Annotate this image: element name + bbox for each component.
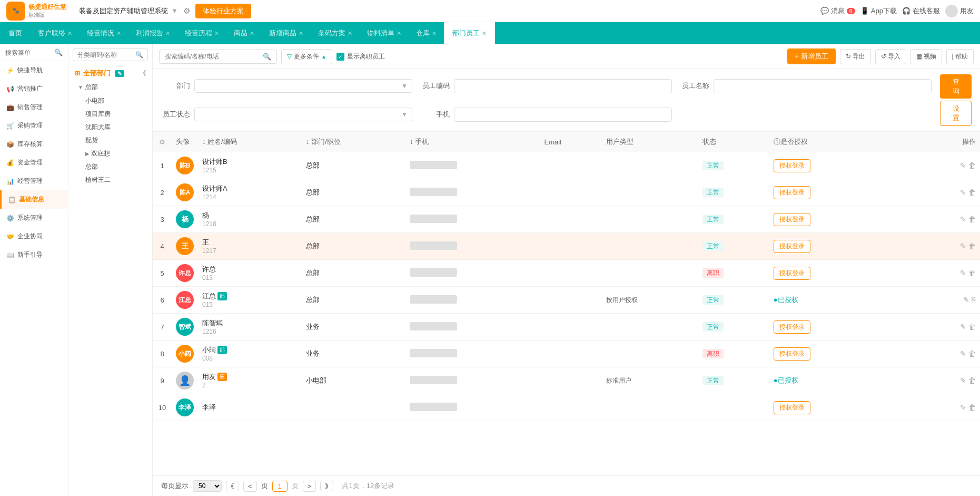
edit-button[interactable]: ✎ (960, 323, 966, 331)
tab-employees[interactable]: 部门员工 ✕ (444, 22, 495, 44)
reset-button[interactable]: 设置 (940, 101, 972, 126)
edit-button[interactable]: ✎ (960, 376, 966, 385)
dept-search-box[interactable]: 🔍 (73, 48, 148, 61)
tab-customer[interactable]: 客户联络 ✕ (31, 22, 80, 44)
edit-button[interactable]: ✎ (960, 215, 966, 223)
last-page-button[interactable]: ⟫ (320, 481, 333, 491)
dept-item-shuangdi[interactable]: ▶双底想 (73, 147, 148, 160)
dept-all-header[interactable]: ⊞ 全部部门 ✎ 《 (73, 66, 148, 80)
edit-button[interactable]: ✎ (960, 349, 966, 358)
edit-button[interactable]: ✎ (960, 188, 966, 197)
delete-button[interactable]: 🗑 (968, 323, 976, 331)
col-name[interactable]: ↕ 姓名/编码 (198, 132, 302, 152)
search-button[interactable]: 查询 (940, 74, 972, 99)
search-box[interactable]: 🔍 (159, 50, 277, 64)
sidebar-item-inventory[interactable]: 📦库存核算 (0, 135, 68, 153)
collapse-icon[interactable]: 《 (140, 69, 146, 78)
delete-button[interactable]: 🗑 (968, 161, 976, 170)
dept-item-plant[interactable]: 植树王二 (73, 173, 148, 187)
delete-button[interactable]: 🗑 (968, 188, 976, 197)
delete-button[interactable]: 🗑 (968, 242, 976, 250)
edit-button[interactable]: ✎ (960, 403, 966, 412)
auth-button[interactable]: 授权登录 (774, 401, 810, 414)
auth-button[interactable]: 授权登录 (774, 240, 810, 253)
phone-input[interactable] (454, 108, 672, 122)
avatar: 小阔 (176, 345, 194, 363)
delete-button[interactable]: 🗑 (968, 349, 976, 358)
sidebar-search[interactable]: 🔍 (0, 44, 68, 61)
auth-button[interactable]: 授权登录 (774, 347, 810, 361)
col-dept[interactable]: ↕ 部门/职位 (302, 132, 405, 152)
delete-button[interactable]: 🗑 (968, 376, 976, 385)
tab-warehouse[interactable]: 仓库 ✕ (409, 22, 444, 44)
dept-search-input[interactable] (77, 51, 133, 59)
sidebar-item-marketing[interactable]: 📢营销推广 (0, 80, 68, 98)
status-select[interactable]: ▼ (194, 108, 412, 121)
tab-operations[interactable]: 经营情况 ✕ (80, 22, 128, 44)
message-area[interactable]: 💬 消息 6 (820, 6, 855, 16)
auth-button[interactable]: 授权登录 (774, 213, 810, 226)
emp-code-input[interactable] (454, 79, 672, 93)
edit-button[interactable]: ✎ (960, 242, 966, 250)
tab-history[interactable]: 经营历程 ✕ (177, 22, 226, 44)
sidebar-item-finance[interactable]: 💰资金管理 (0, 153, 68, 172)
first-page-button[interactable]: ⟪ (226, 481, 239, 491)
help-button[interactable]: | 帮助 (946, 49, 974, 64)
page-size-select[interactable]: 50 100 (193, 480, 222, 492)
edit-button[interactable]: ✎ (960, 161, 966, 170)
emp-name-input[interactable] (714, 79, 932, 93)
dept-item-shenyang[interactable]: 沈阳大库 (73, 121, 148, 134)
dept-item-small-elec[interactable]: 小电部 (73, 94, 148, 108)
sidebar-item-purchase[interactable]: 🛒采购管理 (0, 116, 68, 135)
sidebar-item-basic[interactable]: 📋基础信息 (0, 190, 68, 209)
dept-item-headquarters[interactable]: ▼ 总部 (73, 80, 148, 94)
dept-item-distribution[interactable]: 配货 (73, 134, 148, 147)
dept-select[interactable]: ▼ (194, 79, 412, 93)
edit-button[interactable]: ✎ (963, 296, 969, 304)
tab-products[interactable]: 商品 ✕ (226, 22, 262, 44)
auth-button[interactable]: 授权登录 (774, 267, 810, 280)
tab-barcode[interactable]: 条码方案 ✕ (311, 22, 360, 44)
col-settings[interactable]: ⚙ (153, 132, 172, 152)
user-area[interactable]: 用友 (945, 5, 974, 17)
add-employee-button[interactable]: + 新增员工 (787, 48, 835, 64)
edit-button[interactable]: ✎ (960, 269, 966, 277)
search-input[interactable] (165, 53, 260, 60)
auth-button[interactable]: 授权登录 (774, 159, 810, 172)
sidebar-item-ops[interactable]: 📊经营管理 (0, 172, 68, 190)
show-resigned-toggle[interactable]: ✓ 显示离职员工 (336, 52, 385, 61)
sys-title-arrow[interactable]: ▼ (171, 7, 178, 15)
sidebar-item-collab[interactable]: 🤝企业协同 (0, 227, 68, 246)
delete-button[interactable]: 🗑 (968, 269, 976, 277)
sidebar-item-system[interactable]: ⚙️系统管理 (0, 209, 68, 227)
sidebar-search-input[interactable] (5, 49, 52, 56)
checkbox-resigned[interactable]: ✓ (336, 53, 344, 61)
trial-button[interactable]: 体验行业方案 (195, 4, 251, 18)
import-button[interactable]: ↺ 导入 (875, 49, 906, 64)
online-service[interactable]: 🎧 在线客服 (902, 6, 940, 16)
next-page-button[interactable]: > (303, 481, 316, 492)
auth-button[interactable]: 授权登录 (774, 320, 810, 334)
sidebar-nav: ⚡快捷导航 📢营销推广 💼销售管理 🛒采购管理 📦库存核算 💰资金管理 📊经营管… (0, 61, 68, 264)
delete-button[interactable]: 🗑 (968, 403, 976, 412)
tab-profit[interactable]: 利润报告 ✕ (128, 22, 177, 44)
dept-item-hq2[interactable]: 总部 (73, 160, 148, 173)
prev-page-button[interactable]: < (243, 481, 257, 492)
delete-button[interactable]: 🗑 (968, 215, 976, 223)
tab-bom[interactable]: 物料清单 ✕ (360, 22, 409, 44)
sidebar-item-guide[interactable]: 📖新手引导 (0, 246, 68, 264)
auth-button[interactable]: 授权登录 (774, 186, 810, 199)
gear-icon[interactable]: ⚙ (183, 6, 190, 16)
view-button[interactable]: ▦ 视频 (910, 49, 942, 64)
sidebar-item-sales[interactable]: 💼销售管理 (0, 98, 68, 116)
copy-button[interactable]: ⎘ (972, 296, 976, 304)
app-download[interactable]: 📱 App下载 (860, 6, 897, 16)
tab-home[interactable]: 首页 (0, 22, 31, 44)
more-filter-button[interactable]: ▽ 更多条件 ▲ (281, 49, 332, 64)
tab-new-product[interactable]: 新增商品 ✕ (262, 22, 311, 44)
sidebar-item-quick[interactable]: ⚡快捷导航 (0, 61, 68, 80)
dept-item-project[interactable]: 项目库房 (73, 108, 148, 121)
edit-badge[interactable]: ✎ (115, 70, 124, 77)
col-phone[interactable]: ↕ 手机 (405, 132, 540, 152)
export-button[interactable]: ↻ 导出 (840, 49, 871, 64)
